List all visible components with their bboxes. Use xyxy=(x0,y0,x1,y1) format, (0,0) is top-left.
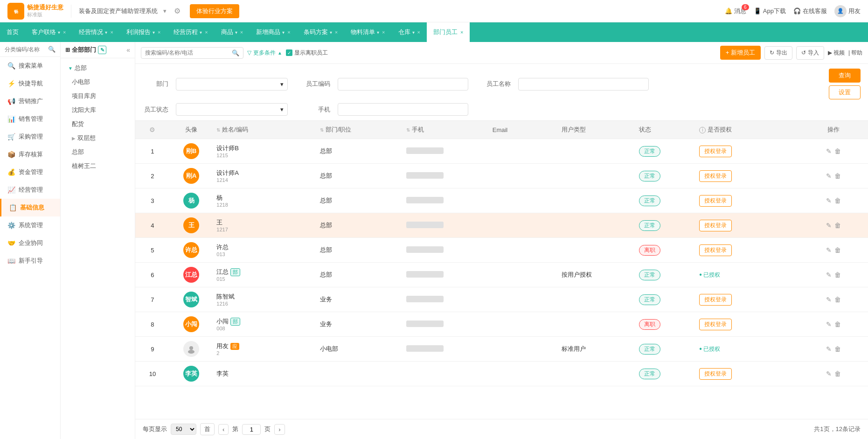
edit-employee-btn[interactable]: ✎ xyxy=(826,197,832,204)
dept-filter-select[interactable]: ▾ xyxy=(176,78,288,91)
dept-item-distribution[interactable]: 配货 xyxy=(61,117,135,131)
nav-tab-home[interactable]: 首页 xyxy=(0,22,25,42)
delete-employee-btn[interactable]: 🗑 xyxy=(834,296,841,303)
app-download[interactable]: 📱 App下载 xyxy=(754,7,786,15)
delete-employee-btn[interactable]: 🗑 xyxy=(834,271,841,279)
authorize-login-button[interactable]: 授权登录 xyxy=(699,319,732,330)
nav-tab-operation[interactable]: 经营情况 ▾ × xyxy=(72,22,119,42)
show-departed-checkbox[interactable]: ✓ xyxy=(286,49,292,56)
nav-tab-employees-close[interactable]: × xyxy=(460,29,463,35)
sidebar-item-basic-info[interactable]: 📋 基础信息 xyxy=(0,199,60,216)
dept-item-project-warehouse[interactable]: 项目库房 xyxy=(61,89,135,103)
more-filter-btn[interactable]: ▽ 更多条件 ▲ xyxy=(247,49,282,57)
edit-employee-btn[interactable]: ✎ xyxy=(826,296,832,303)
dept-item-small-elec[interactable]: 小电部 xyxy=(61,75,135,89)
authorize-login-button[interactable]: 授权登录 xyxy=(699,195,732,207)
nav-tab-customers-close[interactable]: × xyxy=(63,29,66,35)
collapse-btn[interactable]: « xyxy=(126,46,130,54)
authorize-login-button[interactable]: 授权登录 xyxy=(699,170,732,182)
notification-bell[interactable]: 🔔 消息 6 xyxy=(725,7,746,15)
sidebar-item-operations[interactable]: 📈 经营管理 xyxy=(0,181,60,199)
show-departed-wrap[interactable]: ✓ 显示离职员工 xyxy=(286,49,328,57)
employee-search-input[interactable] xyxy=(145,49,229,56)
dept-item-shenyang[interactable]: 沈阳大库 xyxy=(61,103,135,117)
sidebar-item-system[interactable]: ⚙️ 系统管理 xyxy=(0,216,60,234)
nav-tab-operation-close[interactable]: × xyxy=(110,29,113,35)
import-button[interactable]: ↺ 导入 xyxy=(796,46,824,60)
view-btn[interactable]: ▶ 视频 xyxy=(828,49,845,57)
nav-tab-profit[interactable]: 利润报告 ▾ × xyxy=(120,22,167,42)
nav-tab-warehouse-close[interactable]: × xyxy=(417,29,420,35)
set-button[interactable]: 设置 xyxy=(829,85,861,99)
help-btn[interactable]: | 帮助 xyxy=(848,49,862,57)
edit-employee-btn[interactable]: ✎ xyxy=(826,172,832,180)
th-dept[interactable]: ⇅ 部门/职位 xyxy=(316,121,403,139)
authorize-login-button[interactable]: 授权登录 xyxy=(699,220,732,231)
sidebar-item-finance[interactable]: 💰 资金管理 xyxy=(0,163,60,181)
page-input[interactable] xyxy=(242,424,261,435)
authorize-login-button[interactable]: 授权登录 xyxy=(699,368,732,380)
sidebar-item-search[interactable]: 🔍 搜索菜单 xyxy=(0,57,60,75)
sidebar-item-guide[interactable]: 📖 新手引导 xyxy=(0,252,60,270)
nav-tab-employees[interactable]: 部门员工 × xyxy=(427,22,470,42)
employee-search-icon[interactable]: 🔍 xyxy=(232,49,239,56)
per-page-select[interactable]: 50 100 200 xyxy=(171,424,196,435)
delete-employee-btn[interactable]: 🗑 xyxy=(834,345,841,353)
settings-icon[interactable]: ⚙ xyxy=(174,7,181,15)
nav-tab-barcode[interactable]: 条码方案 ▾ × xyxy=(297,22,344,42)
dept-item-headquarters-root[interactable]: ▼ 总部 xyxy=(61,61,135,75)
search-button[interactable]: 查询 xyxy=(829,69,861,83)
nav-tab-bom-close[interactable]: × xyxy=(382,29,385,35)
edit-employee-btn[interactable]: ✎ xyxy=(826,345,832,353)
emp-name-input[interactable] xyxy=(518,78,649,91)
edit-employee-btn[interactable]: ✎ xyxy=(826,246,832,254)
edit-employee-btn[interactable]: ✎ xyxy=(826,370,832,377)
nav-tab-barcode-close[interactable]: × xyxy=(335,29,338,35)
dept-edit-icon[interactable]: ✎ xyxy=(98,46,106,54)
emp-code-input[interactable] xyxy=(338,78,468,91)
edit-employee-btn[interactable]: ✎ xyxy=(826,271,832,279)
edit-employee-btn[interactable]: ✎ xyxy=(826,222,832,229)
th-name[interactable]: ⇅ 姓名/编码 xyxy=(213,121,316,139)
nav-tab-new-goods[interactable]: 新增商品 ▾ × xyxy=(250,22,297,42)
delete-employee-btn[interactable]: 🗑 xyxy=(834,172,841,180)
delete-employee-btn[interactable]: 🗑 xyxy=(834,147,841,155)
export-button[interactable]: ↻ 导出 xyxy=(764,46,792,60)
next-page-btn[interactable]: › xyxy=(274,424,285,435)
sidebar-search-icon[interactable]: 🔍 xyxy=(48,46,56,53)
nav-tab-history-close[interactable]: × xyxy=(205,29,208,35)
nav-tab-history[interactable]: 经营历程 ▾ × xyxy=(167,22,214,42)
nav-tab-new-goods-close[interactable]: × xyxy=(287,29,290,35)
edit-employee-btn[interactable]: ✎ xyxy=(826,147,832,155)
authorize-login-button[interactable]: 授权登录 xyxy=(699,244,732,256)
sidebar-item-inventory[interactable]: 📦 库存核算 xyxy=(0,146,60,163)
authorize-login-button[interactable]: 授权登录 xyxy=(699,146,732,157)
gear-icon[interactable]: ⚙ xyxy=(149,126,155,133)
system-title-dropdown-icon[interactable]: ▾ xyxy=(163,7,167,14)
auth-info-icon[interactable]: i xyxy=(699,127,706,133)
delete-employee-btn[interactable]: 🗑 xyxy=(834,321,841,328)
phone-input[interactable] xyxy=(338,103,468,116)
sidebar-item-marketing[interactable]: 📢 营销推广 xyxy=(0,92,60,110)
nav-tab-goods-close[interactable]: × xyxy=(240,29,243,35)
sidebar-item-quick-nav[interactable]: ⚡ 快捷导航 xyxy=(0,75,60,92)
emp-status-select[interactable]: ▾ xyxy=(176,103,288,116)
nav-tab-warehouse[interactable]: 仓库 ▾ × xyxy=(392,22,427,42)
prev-page-btn[interactable]: ‹ xyxy=(218,424,229,435)
dept-item-tree-king[interactable]: 植树王二 xyxy=(61,159,135,173)
dept-item-hq2[interactable]: 总部 xyxy=(61,145,135,159)
th-settings[interactable]: ⚙ xyxy=(135,121,170,139)
nav-tab-goods[interactable]: 商品 ▾ × xyxy=(215,22,250,42)
first-page-btn[interactable]: 首 xyxy=(200,423,215,435)
online-service[interactable]: 🎧 在线客服 xyxy=(793,7,827,15)
nav-tab-customers[interactable]: 客户联络 ▾ × xyxy=(25,22,72,42)
delete-employee-btn[interactable]: 🗑 xyxy=(834,370,841,377)
trial-button[interactable]: 体验行业方案 xyxy=(190,4,239,18)
nav-tab-profit-close[interactable]: × xyxy=(158,29,160,35)
nav-tab-bom[interactable]: 物料清单 ▾ × xyxy=(344,22,391,42)
delete-employee-btn[interactable]: 🗑 xyxy=(834,197,841,204)
sidebar-item-purchase[interactable]: 🛒 采购管理 xyxy=(0,128,60,146)
delete-employee-btn[interactable]: 🗑 xyxy=(834,222,841,229)
th-phone[interactable]: ⇅ 手机 xyxy=(403,121,489,139)
authorize-login-button[interactable]: 授权登录 xyxy=(699,294,732,306)
